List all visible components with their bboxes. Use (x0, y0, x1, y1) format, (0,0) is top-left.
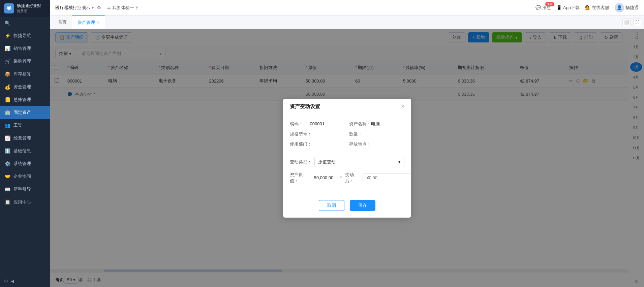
modal-code-value: 000001 (310, 121, 325, 126)
modal-original-value-label: 资产原值： (290, 172, 311, 184)
modal-code-row: 编码： 000001 (290, 121, 345, 127)
online-service-label: 在线客服 (592, 5, 609, 11)
sidebar-item-search[interactable]: 🔍 (0, 17, 50, 29)
sidebar-item-purchase-label: 采购管理 (13, 58, 31, 64)
modal-info-group-3: 使用部门： 存放地点： (290, 141, 404, 147)
sidebar-item-collab-label: 企业协同 (13, 173, 31, 180)
modal-dept-label: 使用部门： (290, 141, 312, 147)
cloud-icon: ☁ (106, 5, 111, 10)
sidebar-item-quicknav[interactable]: ⚡ 快捷导航 (0, 29, 50, 42)
sidebar-item-operations[interactable]: 📈 经营管理 (0, 132, 50, 145)
purchase-icon: 🛒 (4, 59, 11, 64)
sidebar-item-system-label: 系统管理 (13, 161, 31, 167)
company-arrow-icon: ▾ (92, 5, 94, 10)
sidebar-item-appstore-label: 应用中心 (13, 199, 31, 205)
sidebar-item-guide[interactable]: 📖 新手引导 (0, 183, 50, 196)
modal-name-row: 资产名称： 电脑 (349, 121, 404, 127)
sidebar-item-ledger[interactable]: 📒 总账管理 (0, 93, 50, 106)
operations-icon: 📈 (4, 135, 11, 141)
change-type-select[interactable]: 原值变动 ▾ (314, 157, 404, 167)
tab-window-restore-btn[interactable]: ⬜ (622, 18, 631, 26)
user-btn[interactable]: 👤 畅捷通 (615, 3, 639, 12)
online-service-btn[interactable]: 💁 在线客服 (585, 5, 609, 11)
message-badge: 99+ (545, 2, 554, 6)
message-icon: 💬 (535, 5, 541, 10)
sidebar-item-purchase[interactable]: 🛒 采购管理 (0, 55, 50, 68)
change-type-arrow-icon: ▾ (398, 159, 401, 164)
payroll-icon: 👥 (4, 123, 11, 128)
download-icon: 📱 (556, 5, 562, 10)
modal-info-group-2: 规格型号： 数量： (290, 131, 404, 137)
sidebar-collapse-btn[interactable]: ◀ (11, 279, 14, 284)
sidebar-item-appstore[interactable]: 🔲 应用中心 (0, 196, 50, 209)
modal-overlay: 资产变动设置 × 编码： 000001 资产名称： 电脑 (50, 29, 644, 287)
ledger-icon: 📒 (4, 97, 11, 102)
tabbar: 首页 资产管理 × ⬜ ⛶ (50, 15, 644, 29)
guide-icon: 📖 (4, 187, 11, 192)
sidebar-item-ledger-label: 总账管理 (13, 97, 31, 103)
sidebar-item-finance[interactable]: 💰 资金管理 (0, 81, 50, 93)
modal-body: 编码： 000001 资产名称： 电脑 规格型号： (283, 114, 411, 195)
company-name: 医疗器械行业演示 (55, 5, 90, 11)
username-label: 畅捷通 (625, 5, 639, 11)
tab-asset-management[interactable]: 资产管理 × (72, 15, 105, 29)
search-icon: 🔍 (4, 21, 11, 26)
sidebar-item-operations-label: 经营管理 (13, 135, 31, 141)
app-edition: 普及版 (17, 9, 41, 13)
service-icon: 💁 (585, 5, 590, 10)
modal-divider (290, 152, 404, 152)
tabbar-right-btns: ⬜ ⛶ (622, 18, 641, 26)
topbar-right: 💬 消息 99+ 📱 App下载 💁 在线客服 👤 畅捷通 (535, 3, 639, 12)
appstore-icon: 🔲 (4, 199, 11, 205)
app-download-btn[interactable]: 📱 App下载 (556, 5, 580, 11)
modal-change-type-row: 变动类型： 原值变动 ▾ (290, 157, 404, 167)
sidebar-item-basic-info[interactable]: ℹ️ 基础信息 (0, 145, 50, 157)
tab-home[interactable]: 首页 (53, 15, 72, 29)
company-selector[interactable]: 医疗器械行业演示 ▾ (55, 5, 94, 11)
modal-after-label: 变动后： (345, 172, 360, 184)
change-type-value: 原值变动 (318, 159, 336, 165)
messages-btn[interactable]: 💬 消息 99+ (535, 5, 551, 11)
topbar-settings-icon[interactable]: ⚙ (97, 5, 101, 11)
modal-dept-row: 使用部门： (290, 141, 345, 147)
experience-label: 我要体验一下 (112, 5, 139, 11)
experience-btn[interactable]: ☁ 我要体验一下 (106, 5, 139, 11)
sidebar-item-payroll[interactable]: 👥 工资 (0, 119, 50, 132)
quicknav-icon: ⚡ (4, 33, 11, 38)
sidebar-item-collab[interactable]: 🤝 企业协同 (0, 170, 50, 183)
modal-value-row: 资产原值： 50,000.00 * 变动后： (290, 172, 404, 184)
logo-text-block: 畅捷通好业财 普及版 (17, 3, 41, 13)
modal-close-btn[interactable]: × (401, 103, 404, 109)
sidebar-item-basic-info-label: 基础信息 (13, 148, 31, 154)
modal-title: 资产变动设置 (290, 103, 320, 110)
sidebar-item-sales-label: 销售管理 (13, 45, 31, 52)
tab-close-btn[interactable]: × (97, 20, 99, 25)
basic-info-icon: ℹ️ (4, 148, 11, 154)
modal-spec-label: 规格型号： (290, 131, 312, 137)
collab-icon: 🤝 (4, 174, 11, 179)
sidebar-item-system[interactable]: ⚙️ 系统管理 (0, 157, 50, 170)
sidebar-item-quicknav-label: 快捷导航 (13, 33, 31, 39)
settings-bottom-icon[interactable]: ⚙ (4, 279, 8, 284)
modal-footer: 取消 保存 (283, 195, 411, 218)
main-area: 医疗器械行业演示 ▾ ⚙ ☁ 我要体验一下 💬 消息 99+ 📱 App下载 💁… (50, 0, 644, 287)
modal-name-value: 电脑 (371, 121, 380, 127)
sidebar-item-sales[interactable]: 📊 销售管理 (0, 42, 50, 55)
modal-cancel-btn[interactable]: 取消 (319, 200, 344, 211)
content-area: 📋 资产明细 📄 变更生成凭证 刘账 + 新增 批量操作 ▾ ⤵ (50, 29, 644, 287)
sidebar-item-fixed-assets[interactable]: 🏢 固定资产 (0, 106, 50, 119)
sidebar-item-inventory[interactable]: 📦 库存核算 (0, 68, 50, 81)
sales-icon: 📊 (4, 46, 11, 51)
modal-required-mark: * (340, 175, 342, 180)
tab-fullscreen-btn[interactable]: ⛶ (633, 18, 641, 26)
app-name: 畅捷通好业财 (17, 3, 41, 9)
modal-after-input[interactable] (363, 173, 411, 182)
modal-info-group-1: 编码： 000001 资产名称： 电脑 (290, 121, 404, 127)
modal-original-value-display: 50,000.00 (314, 175, 334, 180)
sidebar-item-payroll-label: 工资 (13, 122, 22, 128)
inventory-icon: 📦 (4, 71, 11, 77)
system-icon: ⚙️ (4, 161, 11, 166)
modal-header: 资产变动设置 × (283, 99, 411, 114)
modal-save-btn[interactable]: 保存 (350, 200, 375, 211)
finance-icon: 💰 (4, 84, 11, 90)
